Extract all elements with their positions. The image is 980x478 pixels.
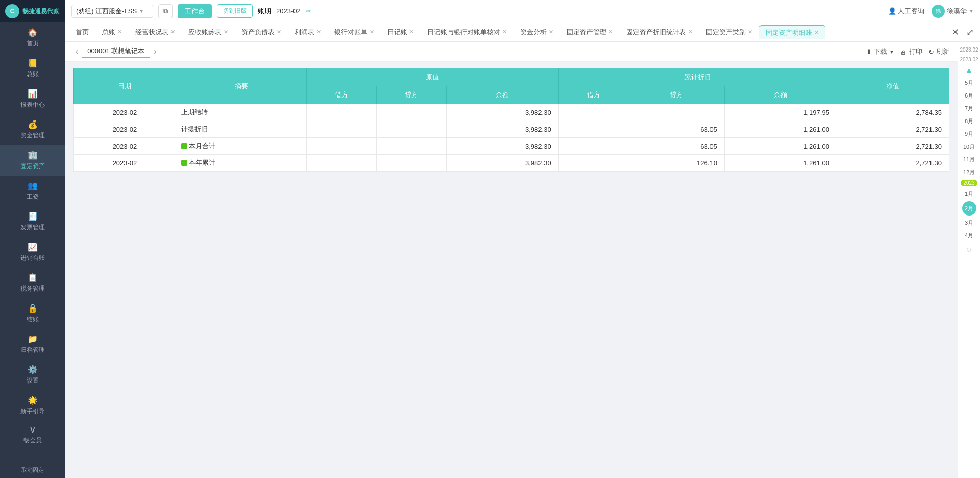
tab-management[interactable]: 经营状况表 ✕ [129, 26, 181, 39]
timeline-month-6[interactable]: 6月 [958, 89, 980, 102]
download-button[interactable]: ⬇ 下载 ▼ [866, 47, 894, 56]
sidebar-item-invoices[interactable]: 🧾 发票管理 [0, 206, 65, 237]
cell-orig-balance-3: 3,982.30 [446, 155, 558, 172]
timeline-year-top2: 2023.02 [958, 55, 980, 64]
payroll-icon: 👥 [28, 181, 38, 190]
sidebar-item-payroll[interactable]: 👥 工资 [0, 176, 65, 206]
timeline-month-4[interactable]: 4月 [958, 229, 980, 242]
sidebar-item-label: 新手引导 [20, 407, 45, 416]
top-header: (劝组) 江西服金-LSS ▼ ⧉ 工作台 切到旧版 账期 2023-02 ✏ … [65, 0, 980, 22]
sidebar-item-label: 设置 [27, 376, 39, 385]
tab-fund-analysis-close[interactable]: ✕ [549, 29, 553, 35]
tab-fixed-depreciation-close[interactable]: ✕ [688, 29, 693, 35]
tab-balance[interactable]: 资产负债表 ✕ [235, 26, 287, 39]
timeline-month-8[interactable]: 8月 [958, 115, 980, 128]
user-info[interactable]: 徐 徐溪华 ▼ [932, 5, 974, 18]
cell-net-value-2: 2,721.30 [837, 138, 949, 155]
tab-receivable-close[interactable]: ✕ [224, 29, 228, 35]
col-accum-debit: 借方 [558, 86, 628, 104]
timeline-month-10[interactable]: 10月 [958, 140, 980, 153]
nav-back-button[interactable]: ‹ [74, 47, 80, 56]
ledger-icon: 📒 [28, 58, 38, 68]
tab-ledger-label: 总账 [102, 28, 115, 37]
timeline-month-5[interactable]: 5月 [958, 77, 980, 89]
cancel-fixed-button[interactable]: 取消固定 [0, 462, 65, 478]
tab-journal[interactable]: 日记账 ✕ [381, 26, 420, 39]
tab-profit-close[interactable]: ✕ [316, 29, 321, 35]
timeline-month-12[interactable]: 12月 [958, 166, 980, 179]
tab-fixed-mgmt[interactable]: 固定资产管理 ✕ [560, 26, 619, 39]
cell-accum-debit-3 [558, 155, 628, 172]
cell-accum-balance-2: 1,261.00 [724, 138, 837, 155]
refresh-button[interactable]: ↻ 刷新 [928, 47, 949, 56]
tab-home[interactable]: 首页 [69, 26, 95, 39]
sidebar-item-label: 首页 [27, 39, 39, 48]
tab-ledger[interactable]: 总账 ✕ [96, 26, 128, 39]
tab-bank-statement-close[interactable]: ✕ [370, 29, 374, 35]
copy-button[interactable]: ⧉ [158, 4, 173, 18]
cell-orig-debit-0 [307, 104, 377, 121]
tab-receivable[interactable]: 应收账龄表 ✕ [182, 26, 234, 39]
cell-date-1: 2023-02 [74, 121, 176, 138]
col-net-value: 净值 [837, 68, 949, 104]
sidebar-item-reports[interactable]: 📊 报表中心 [0, 84, 65, 114]
tab-fixed-detail[interactable]: 固定资产明细账 ✕ [760, 25, 825, 39]
cell-accum-debit-0 [558, 104, 628, 121]
sidebar-item-label: 畅会员 [23, 436, 42, 445]
service-button[interactable]: 👤 人工客询 [888, 7, 924, 16]
sidebar-item-archive[interactable]: 📁 归档管理 [0, 329, 65, 360]
sidebar-item-sales[interactable]: 📈 进销台账 [0, 237, 65, 268]
timeline-month-7[interactable]: 7月 [958, 102, 980, 115]
cell-date-2: 2023-02 [74, 138, 176, 155]
breadcrumb-asset[interactable]: 000001 联想笔记本 [82, 45, 150, 58]
col-orig-balance: 余额 [446, 86, 558, 104]
timeline-month-1[interactable]: 1月 [958, 187, 980, 200]
company-selector[interactable]: (劝组) 江西服金-LSS ▼ [71, 5, 153, 18]
sidebar-item-closing[interactable]: 🔒 结账 [0, 298, 65, 329]
sidebar-item-fixed-assets[interactable]: 🏢 固定资产 [0, 145, 65, 176]
tab-journal-label: 日记账 [387, 28, 407, 37]
tab-fixed-category[interactable]: 固定资产类别 ✕ [700, 26, 758, 39]
close-all-tabs-button[interactable]: ✕ [949, 26, 961, 39]
tab-fixed-detail-close[interactable]: ✕ [814, 29, 819, 36]
tab-profit[interactable]: 利润表 ✕ [288, 26, 327, 39]
nav-forward-button[interactable]: › [152, 47, 158, 56]
tab-journal-close[interactable]: ✕ [409, 29, 414, 35]
cell-summary-0: 上期结转 [176, 104, 306, 121]
workbench-button[interactable]: 工作台 [178, 4, 212, 18]
timeline-month-2-active[interactable]: 2月 [962, 201, 976, 216]
sidebar-item-vip[interactable]: V 畅会员 [0, 421, 65, 450]
tab-fixed-depreciation[interactable]: 固定资产折旧统计表 ✕ [620, 26, 699, 39]
tab-ledger-close[interactable]: ✕ [117, 29, 122, 35]
guide-icon: 🌟 [28, 395, 38, 405]
sidebar-item-funds[interactable]: 💰 资金管理 [0, 114, 65, 145]
timeline-scroll-up-button[interactable]: ▲ [964, 64, 975, 77]
sidebar-item-settings[interactable]: ⚙️ 设置 [0, 360, 65, 390]
sidebar-item-label: 税务管理 [20, 284, 45, 293]
cell-orig-debit-3 [307, 155, 377, 172]
expand-tabs-button[interactable]: ⤢ [964, 26, 976, 39]
timeline-month-3[interactable]: 3月 [958, 217, 980, 229]
tab-management-close[interactable]: ✕ [170, 29, 175, 35]
cell-orig-debit-1 [307, 121, 377, 138]
tab-fund-analysis[interactable]: 资金分析 ✕ [514, 26, 559, 39]
switch-version-button[interactable]: 切到旧版 [217, 4, 253, 18]
print-button[interactable]: 🖨 打印 [900, 47, 922, 56]
tab-fixed-category-close[interactable]: ✕ [748, 29, 752, 35]
tab-bank-statement[interactable]: 银行对账单 ✕ [328, 26, 380, 39]
tab-bank-journal-close[interactable]: ✕ [502, 29, 507, 35]
avatar: 徐 [932, 5, 945, 18]
user-name: 徐溪华 [947, 7, 967, 16]
timeline-month-9[interactable]: 9月 [958, 128, 980, 140]
sidebar-item-tax[interactable]: 📋 税务管理 [0, 268, 65, 298]
timeline-month-11[interactable]: 11月 [958, 153, 980, 166]
sidebar-item-home[interactable]: 🏠 首页 [0, 22, 65, 53]
period-edit-icon[interactable]: ✏ [306, 7, 311, 15]
tab-bank-journal[interactable]: 日记账与银行对账单核对 ✕ [421, 26, 513, 39]
sidebar-item-guide[interactable]: 🌟 新手引导 [0, 390, 65, 421]
tab-balance-close[interactable]: ✕ [277, 29, 281, 35]
sidebar-item-ledger[interactable]: 📒 总账 [0, 53, 65, 84]
tab-fixed-mgmt-close[interactable]: ✕ [608, 29, 613, 35]
tab-management-label: 经营状况表 [135, 28, 168, 37]
col-summary: 摘要 [176, 68, 306, 104]
